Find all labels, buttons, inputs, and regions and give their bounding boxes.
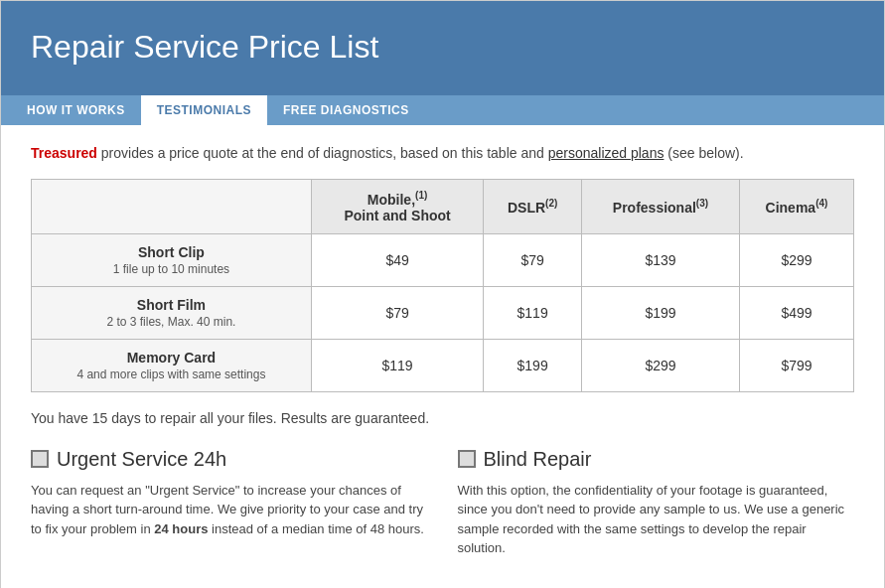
table-row: Short Clip 1 file up to 10 minutes $49 $… bbox=[32, 233, 854, 286]
urgent-service-block: Urgent Service 24h You can request an "U… bbox=[31, 448, 428, 558]
urgent-service-body: You can request an "Urgent Service" to i… bbox=[31, 481, 428, 539]
brand-name: Treasured bbox=[31, 145, 97, 161]
navigation-bar: HOW IT WORKS TESTIMONIALS FREE DIAGNOSTI… bbox=[1, 95, 884, 125]
nav-free-diagnostics[interactable]: FREE DIAGNOSTICS bbox=[267, 95, 425, 125]
blind-repair-body: With this option, the confidentiality of… bbox=[458, 481, 855, 558]
table-row: Memory Card 4 and more clips with same s… bbox=[32, 339, 854, 391]
nav-testimonials[interactable]: TESTIMONIALS bbox=[141, 95, 267, 125]
price-short-clip-mobile: $49 bbox=[311, 233, 483, 286]
price-memory-card-mobile: $119 bbox=[311, 339, 483, 391]
guarantee-text: You have 15 days to repair all your file… bbox=[31, 410, 854, 426]
price-short-film-dslr: $119 bbox=[484, 286, 582, 339]
page-header: Repair Service Price List bbox=[1, 1, 884, 95]
col-header-mobile: Mobile,(1) Point and Shoot bbox=[311, 180, 483, 234]
main-content: Treasured provides a price quote at the … bbox=[1, 125, 884, 588]
col-header-cinema: Cinema(4) bbox=[739, 180, 853, 234]
price-memory-card-cinema: $799 bbox=[739, 339, 853, 391]
intro-paragraph: Treasured provides a price quote at the … bbox=[31, 145, 854, 161]
price-short-clip-dslr: $79 bbox=[484, 233, 582, 286]
blind-repair-icon bbox=[458, 450, 476, 468]
row-label-short-clip: Short Clip 1 file up to 10 minutes bbox=[32, 233, 312, 286]
row-label-short-film: Short Film 2 to 3 files, Max. 40 min. bbox=[32, 286, 312, 339]
price-short-film-professional: $199 bbox=[582, 286, 740, 339]
nav-how-it-works[interactable]: HOW IT WORKS bbox=[11, 95, 141, 125]
price-memory-card-dslr: $199 bbox=[484, 339, 582, 391]
table-row: Short Film 2 to 3 files, Max. 40 min. $7… bbox=[32, 286, 854, 339]
page-title: Repair Service Price List bbox=[31, 29, 854, 66]
intro-text-suffix: (see below). bbox=[667, 145, 743, 161]
price-short-film-mobile: $79 bbox=[311, 286, 483, 339]
col-header-dslr: DSLR(2) bbox=[484, 180, 582, 234]
price-memory-card-professional: $299 bbox=[582, 339, 740, 391]
services-section: Urgent Service 24h You can request an "U… bbox=[31, 448, 854, 558]
urgent-service-title: Urgent Service 24h bbox=[31, 448, 428, 471]
price-short-clip-cinema: $299 bbox=[739, 233, 853, 286]
urgent-service-icon bbox=[31, 450, 49, 468]
blind-repair-title: Blind Repair bbox=[458, 448, 855, 471]
price-short-film-cinema: $499 bbox=[739, 286, 853, 339]
price-short-clip-professional: $139 bbox=[582, 233, 740, 286]
row-label-memory-card: Memory Card 4 and more clips with same s… bbox=[32, 339, 312, 391]
intro-text-part1: provides a price quote at the end of dia… bbox=[101, 145, 548, 161]
col-header-professional: Professional(3) bbox=[582, 180, 740, 234]
price-table: Mobile,(1) Point and Shoot DSLR(2) Profe… bbox=[31, 179, 854, 392]
blind-repair-block: Blind Repair With this option, the confi… bbox=[458, 448, 855, 558]
personalized-plans-link[interactable]: personalized plans bbox=[548, 145, 664, 161]
